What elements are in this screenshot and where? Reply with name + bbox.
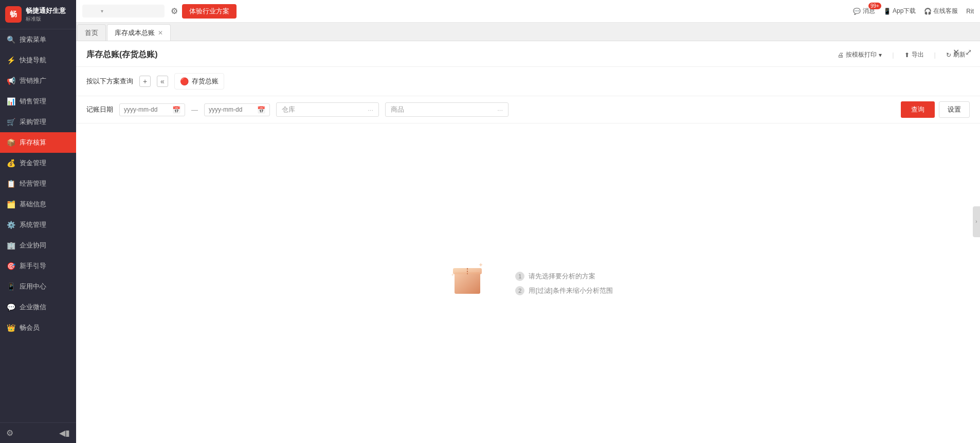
date-end-field[interactable] [209,106,255,113]
settings-icon[interactable]: ⚙ [6,428,13,438]
topbar-gear-icon[interactable]: ⚙ [171,6,178,16]
date-dash: — [191,106,198,114]
filter-add-btn[interactable]: + [139,76,151,87]
headset-icon: 🎧 [924,8,932,15]
purchase-icon: 🛒 [6,117,15,127]
basic-icon: 🗂️ [6,200,15,209]
page-title: 库存总账(存货总账) [86,49,158,60]
sidebar-item-quicknav[interactable]: ⚡ 快捷导航 [0,50,76,70]
service-label: 在线客服 [933,7,958,15]
expand-panel-icon[interactable]: ⤢ [963,45,974,59]
sidebar: 畅 畅捷通好生意 标准版 🔍 搜索菜单 ⚡ 快捷导航 📢 营销推广 📊 销售管理… [0,0,76,443]
sidebar-item-finance[interactable]: 💰 资金管理 [0,153,76,173]
sidebar-item-label: 销售管理 [20,97,46,106]
hint-item-1: 1 请先选择要分析的方案 [515,272,612,281]
warehouse-label: 仓库 [282,105,295,114]
corp-icon: 🏢 [6,241,15,250]
page-actions: 🖨 按模板打印 ▾ | ⬆ 导出 | ↻ 刷新 [833,48,970,61]
app-logo: 畅 畅捷通好生意 标准版 [0,0,76,29]
sidebar-item-corp[interactable]: 🏢 企业协同 [0,235,76,256]
industry-btn[interactable]: 体验行业方案 [182,4,237,19]
sidebar-item-label: 畅会员 [20,323,40,332]
divider: | [892,51,894,59]
hint-num-2: 2 [515,286,524,295]
tab-home-label: 首页 [85,28,98,38]
right-panel-toggle[interactable]: › [973,206,980,237]
scheme-option[interactable]: 🔴 存货总账 [174,73,224,90]
sidebar-item-ops[interactable]: 📋 经营管理 [0,173,76,194]
sidebar-item-system[interactable]: ⚙️ 系统管理 [0,215,76,235]
sales-icon: 📊 [6,97,15,106]
wechat-icon: 💬 [6,303,15,312]
filter-collapse-btn[interactable]: « [157,76,168,87]
date-start-input[interactable]: 📅 [119,103,185,116]
topbar-search-text [86,7,99,15]
goods-more-icon[interactable]: ··· [497,106,503,114]
app-download-btn[interactable]: 📱 App下载 [883,7,916,15]
query-btn[interactable]: 查询 [901,101,935,118]
filter-area: 按以下方案查询 + « 🔴 存货总账 [76,67,980,96]
toggle-chevron-icon: › [975,219,977,224]
finance-icon: 💰 [6,158,15,168]
svg-text:✦: ✦ [451,273,455,277]
settings-btn[interactable]: 设置 [939,101,970,118]
close-panel-icon[interactable]: ✕ [951,45,961,59]
page-header: 库存总账(存货总账) 🖨 按模板打印 ▾ | ⬆ 导出 | ↻ 刷新 [76,41,980,67]
printer-icon: 🖨 [838,51,844,59]
goods-label: 商品 [391,105,404,114]
sidebar-item-sales[interactable]: 📊 销售管理 [0,91,76,112]
tab-close-icon[interactable]: ✕ [158,29,163,37]
sidebar-item-apps[interactable]: 📱 应用中心 [0,276,76,297]
empty-illustration: ✦ ✦ [443,258,495,309]
filter-section-label: 按以下方案查询 [86,77,133,86]
warehouse-field[interactable]: 仓库 ··· [276,102,379,117]
service-btn[interactable]: 🎧 在线客服 [924,7,958,15]
goods-field[interactable]: 商品 ··· [385,102,509,117]
sidebar-item-basic[interactable]: 🗂️ 基础信息 [0,194,76,215]
topbar: ▾ ⚙ 体验行业方案 💬 消息 99+ 📱 App下载 🎧 在线客服 Rit [76,0,980,23]
inventory-icon: 📦 [6,138,15,147]
sidebar-item-inventory[interactable]: 📦 库存核算 [0,132,76,153]
tab-inventory-label: 库存成本总账 [115,28,155,38]
svg-text:✦: ✦ [478,261,483,269]
topbar-search-area[interactable]: ▾ [82,5,165,17]
tab-home[interactable]: 首页 [77,24,106,41]
export-btn[interactable]: ⬆ 导出 [900,48,928,61]
sidebar-item-label: 企业协同 [20,241,46,250]
message-icon: 💬 [853,8,861,15]
page-content: 库存总账(存货总账) 🖨 按模板打印 ▾ | ⬆ 导出 | ↻ 刷新 [76,41,980,443]
hint-text-2: 用[过滤]条件来缩小分析范围 [529,286,612,295]
sidebar-item-vip[interactable]: 👑 畅会员 [0,317,76,338]
collapse-icon[interactable]: ◀▮ [59,428,70,438]
sidebar-item-label: 库存核算 [20,138,46,147]
tab-inventory-ledger[interactable]: 库存成本总账 ✕ [107,24,171,41]
sidebar-item-purchase[interactable]: 🛒 采购管理 [0,112,76,132]
sidebar-item-marketing[interactable]: 📢 营销推广 [0,70,76,91]
chevron-down-icon: ▾ [101,8,103,14]
sidebar-item-label: 搜索菜单 [20,35,46,44]
message-btn[interactable]: 💬 消息 99+ [853,7,875,15]
sidebar-item-label: 经营管理 [20,179,46,188]
calendar-end-icon[interactable]: 📅 [257,106,265,114]
user-name[interactable]: Rit [966,8,974,15]
print-label: 按模板打印 [846,50,877,59]
topbar-right: 💬 消息 99+ 📱 App下载 🎧 在线客服 Rit [853,7,974,15]
warehouse-more-icon[interactable]: ··· [368,106,373,114]
sidebar-item-search[interactable]: 🔍 搜索菜单 [0,29,76,50]
date-start-field[interactable] [124,106,170,113]
sidebar-item-wechat[interactable]: 💬 企业微信 [0,297,76,317]
sidebar-item-label: 企业微信 [20,303,46,312]
calendar-start-icon[interactable]: 📅 [172,106,180,114]
hint-text-1: 请先选择要分析的方案 [529,272,595,281]
tabbar: 首页 库存成本总账 ✕ [76,23,980,41]
sidebar-item-guide[interactable]: 🎯 新手引导 [0,256,76,276]
app-edition: 标准版 [26,15,66,22]
hint-item-2: 2 用[过滤]条件来缩小分析范围 [515,286,612,295]
chevron-down-icon: ▾ [879,51,882,59]
print-btn[interactable]: 🖨 按模板打印 ▾ [833,48,886,61]
main-area: ▾ ⚙ 体验行业方案 💬 消息 99+ 📱 App下载 🎧 在线客服 Rit 首… [76,0,980,443]
sidebar-nav: 🔍 搜索菜单 ⚡ 快捷导航 📢 营销推广 📊 销售管理 🛒 采购管理 📦 库存核… [0,29,76,422]
date-end-input[interactable]: 📅 [204,103,270,116]
app-name: 畅捷通好生意 [26,7,66,15]
date-field-label: 记账日期 [86,105,113,114]
